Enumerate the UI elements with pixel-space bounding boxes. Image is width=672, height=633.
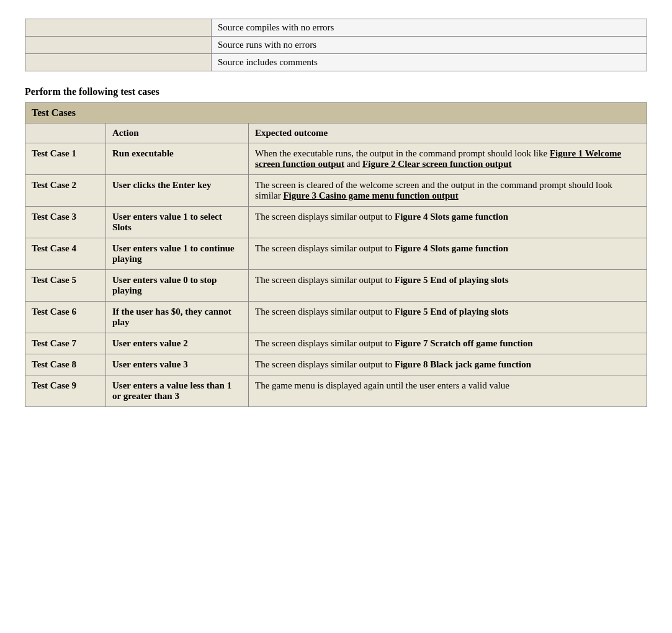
outcome-bold: Figure 2 Clear screen function output: [362, 159, 511, 169]
test-case-action: User enters value 1 to continue playing: [106, 238, 249, 270]
test-case-action: User enters a value less than 1 or great…: [106, 375, 249, 407]
test-case-label: Test Case 8: [25, 354, 106, 375]
table-row: Test Case 8 User enters value 3 The scre…: [25, 354, 647, 375]
test-case-label: Test Case 5: [25, 270, 106, 302]
test-case-action: User enters value 2: [106, 333, 249, 354]
outcome-bold: Figure 4 Slots game function: [395, 243, 508, 253]
test-case-outcome: The screen displays similar output to Fi…: [249, 238, 647, 270]
test-case-outcome: The screen displays similar output to Fi…: [249, 270, 647, 302]
test-case-label: Test Case 9: [25, 375, 106, 407]
test-case-action: Run executable: [106, 143, 249, 175]
top-requirements-table: Source compiles with no errors Source ru…: [25, 19, 647, 71]
test-case-label: Test Case 4: [25, 238, 106, 270]
test-case-action: User enters value 1 to select Slots: [106, 207, 249, 238]
test-case-outcome: The screen displays similar output to Fi…: [249, 207, 647, 238]
col-header-3: Expected outcome: [249, 123, 647, 143]
table-row: Test Case 6 If the user has $0, they can…: [25, 302, 647, 333]
left-cell: [25, 19, 212, 37]
test-case-outcome: When the executable runs, the output in …: [249, 143, 647, 175]
outcome-bold: Figure 8 Black jack game function: [395, 359, 531, 369]
test-case-outcome: The game menu is displayed again until t…: [249, 375, 647, 407]
test-case-label: Test Case 1: [25, 143, 106, 175]
test-case-label: Test Case 7: [25, 333, 106, 354]
table-row: Test Case 9 User enters a value less tha…: [25, 375, 647, 407]
test-case-action: User enters value 0 to stop playing: [106, 270, 249, 302]
test-case-outcome: The screen displays similar output to Fi…: [249, 302, 647, 333]
outcome-bold: Figure 5 End of playing slots: [395, 275, 509, 285]
test-case-label: Test Case 3: [25, 207, 106, 238]
table-row: Test Case 4 User enters value 1 to conti…: [25, 238, 647, 270]
right-cell: Source includes comments: [212, 54, 647, 71]
table-row: Source compiles with no errors: [25, 19, 647, 37]
table-row: Test Case 1 Run executable When the exec…: [25, 143, 647, 175]
right-cell: Source compiles with no errors: [212, 19, 647, 37]
table-row: Test Case 7 User enters value 2 The scre…: [25, 333, 647, 354]
test-case-outcome: The screen is cleared of the welcome scr…: [249, 175, 647, 207]
outcome-bold: Figure 4 Slots game function: [395, 212, 508, 222]
section-heading: Perform the following test cases: [25, 86, 647, 97]
table-main-header: Test Cases: [25, 103, 647, 123]
test-case-label: Test Case 2: [25, 175, 106, 207]
table-row: Test Case 2 User clicks the Enter key Th…: [25, 175, 647, 207]
test-cases-table: Test Cases Action Expected outcome Test …: [25, 102, 647, 407]
left-cell: [25, 54, 212, 71]
col-header-1: [25, 123, 106, 143]
left-cell: [25, 37, 212, 54]
table-row: Source includes comments: [25, 54, 647, 71]
outcome-bold: Figure 3 Casino game menu function outpu…: [283, 191, 458, 200]
test-case-label: Test Case 6: [25, 302, 106, 333]
table-header-row: Test Cases: [25, 103, 647, 123]
test-case-action: If the user has $0, they cannot play: [106, 302, 249, 333]
column-headers-row: Action Expected outcome: [25, 123, 647, 143]
table-row: Source runs with no errors: [25, 37, 647, 54]
outcome-bold: Figure 5 End of playing slots: [395, 307, 509, 316]
table-row: Test Case 3 User enters value 1 to selec…: [25, 207, 647, 238]
table-row: Test Case 5 User enters value 0 to stop …: [25, 270, 647, 302]
test-case-action: User enters value 3: [106, 354, 249, 375]
test-case-action: User clicks the Enter key: [106, 175, 249, 207]
outcome-bold: Figure 7 Scratch off game function: [395, 338, 533, 348]
col-header-2: Action: [106, 123, 249, 143]
test-case-outcome: The screen displays similar output to Fi…: [249, 354, 647, 375]
right-cell: Source runs with no errors: [212, 37, 647, 54]
test-case-outcome: The screen displays similar output to Fi…: [249, 333, 647, 354]
